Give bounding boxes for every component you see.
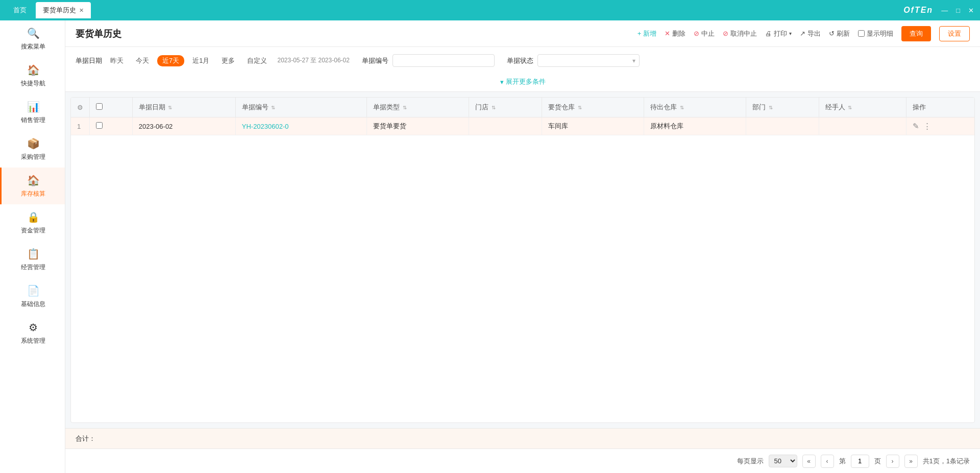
op-edit-icon-0[interactable]: ✎ xyxy=(913,122,919,131)
settings-gear-icon[interactable]: ⚙ xyxy=(77,104,83,111)
minimize-btn[interactable]: — xyxy=(941,7,948,14)
col-department-label: 部门 xyxy=(752,103,766,111)
current-page-input[interactable] xyxy=(851,455,869,468)
date-option-today[interactable]: 今天 xyxy=(132,55,153,66)
total-info: 共1页，1条记录 xyxy=(923,457,970,466)
table-row: 1 2023-06-02 YH-20230602-0 要货单要货 车间库 原材料… xyxy=(71,117,974,135)
sidebar-item-finance[interactable]: 🔒 资金管理 xyxy=(0,204,65,241)
col-req-warehouse-label: 要货仓库 xyxy=(548,103,575,111)
status-filter-group: 单据状态 xyxy=(507,54,640,67)
col-store: 门店 ⇅ xyxy=(469,98,542,117)
expand-down-icon: ▾ xyxy=(500,78,504,86)
col-req-warehouse: 要货仓库 ⇅ xyxy=(542,98,644,117)
date-option-custom[interactable]: 自定义 xyxy=(243,55,271,66)
next-page-btn[interactable]: › xyxy=(886,455,899,468)
bill-no-link-0[interactable]: YH-20230602-0 xyxy=(242,123,289,130)
sidebar-item-system-label: 系统管理 xyxy=(21,337,45,345)
status-select[interactable] xyxy=(537,54,640,67)
table-area: ⚙ 单据日期 ⇅ 单据编号 ⇅ xyxy=(70,97,975,423)
summary-bar: 合计： xyxy=(65,428,980,448)
date-option-yesterday[interactable]: 昨天 xyxy=(106,55,128,66)
sidebar-item-basic-info-label: 基础信息 xyxy=(21,300,45,309)
sidebar-item-basic-info[interactable]: 📄 基础信息 xyxy=(0,278,65,315)
expand-more-label: 展开更多条件 xyxy=(506,77,546,86)
page-size-select[interactable]: 50 10 20 100 xyxy=(769,455,797,467)
table-header-row: ⚙ 单据日期 ⇅ 单据编号 ⇅ xyxy=(71,98,974,117)
new-button[interactable]: + 新增 xyxy=(638,29,656,38)
date-option-last7days[interactable]: 近7天 xyxy=(157,55,184,66)
sort-bill-no-icon[interactable]: ⇅ xyxy=(271,105,275,110)
delete-label: 删除 xyxy=(672,29,685,38)
filter-row-1: 单据日期 昨天 今天 近7天 近1月 更多 自定义 2023-05-27 至 2… xyxy=(76,54,970,67)
col-store-label: 门店 xyxy=(475,103,488,111)
row-checkbox-0[interactable] xyxy=(96,122,103,129)
col-department: 部门 ⇅ xyxy=(746,98,819,117)
sidebar-item-inventory[interactable]: 🏠 库存核算 xyxy=(0,168,65,204)
bill-no-input[interactable] xyxy=(393,54,495,67)
main-layout: 🔍 搜索菜单 🏠 快捷导航 📊 销售管理 📦 采购管理 🏠 库存核算 🔒 资金管… xyxy=(0,20,980,473)
cell-num: 1 xyxy=(71,117,90,135)
cancel-stop-button[interactable]: ⊘ 取消中止 xyxy=(723,29,757,38)
export-button[interactable]: ↗ 导出 xyxy=(800,29,821,38)
page-header: 要货单历史 + 新增 ✕ 删除 ⊘ 中止 ⊘ 取消中止 🖨 打印 xyxy=(65,20,980,47)
sidebar-item-quick-nav[interactable]: 🏠 快捷导航 xyxy=(0,57,65,94)
export-label: 导出 xyxy=(807,29,821,38)
page-suffix: 页 xyxy=(874,457,881,466)
col-date-label: 单据日期 xyxy=(139,103,165,111)
top-bar: 首页 要货单历史 ✕ OfTEn — □ ✕ xyxy=(0,0,980,20)
system-icon: ⚙ xyxy=(29,321,38,334)
show-detail-checkbox[interactable]: 显示明细 xyxy=(858,29,893,38)
stop-button[interactable]: ⊘ 中止 xyxy=(694,29,715,38)
sidebar-item-purchase[interactable]: 📦 采购管理 xyxy=(0,131,65,168)
select-all-checkbox[interactable] xyxy=(96,103,103,110)
date-option-last-month[interactable]: 近1月 xyxy=(188,55,213,66)
last-page-btn[interactable]: » xyxy=(904,455,918,468)
pagination-bar: 每页显示 50 10 20 100 « ‹ 第 页 › » 共1页，1条记录 xyxy=(65,448,980,473)
sidebar: 🔍 搜索菜单 🏠 快捷导航 📊 销售管理 📦 采购管理 🏠 库存核算 🔒 资金管… xyxy=(0,20,65,473)
page-title: 要货单历史 xyxy=(76,28,638,40)
refresh-button[interactable]: ↺ 刷新 xyxy=(829,29,850,38)
sort-department-icon[interactable]: ⇅ xyxy=(769,105,773,110)
maximize-btn[interactable]: □ xyxy=(956,7,960,14)
prev-page-btn[interactable]: ‹ xyxy=(821,455,834,468)
print-icon: 🖨 xyxy=(765,30,772,37)
sort-req-warehouse-icon[interactable]: ⇅ xyxy=(578,105,582,110)
print-button[interactable]: 🖨 打印 ▾ xyxy=(765,29,792,38)
op-more-icon-0[interactable]: ⋮ xyxy=(923,122,931,131)
sales-icon: 📊 xyxy=(27,101,40,113)
delete-button[interactable]: ✕ 删除 xyxy=(665,29,685,38)
sidebar-item-search-menu[interactable]: 🔍 搜索菜单 xyxy=(0,20,65,57)
filter-area: 单据日期 昨天 今天 近7天 近1月 更多 自定义 2023-05-27 至 2… xyxy=(65,47,980,92)
tab-close-icon[interactable]: ✕ xyxy=(79,7,84,14)
sidebar-item-sales[interactable]: 📊 销售管理 xyxy=(0,94,65,131)
date-range-display: 2023-05-27 至 2023-06-02 xyxy=(277,56,349,65)
date-option-more[interactable]: 更多 xyxy=(217,55,239,66)
col-ops: 操作 xyxy=(906,98,974,117)
tab-home[interactable]: 首页 xyxy=(6,2,34,18)
show-detail-input[interactable] xyxy=(858,30,865,37)
sort-handler-icon[interactable]: ⇅ xyxy=(848,105,852,110)
cell-checkbox[interactable] xyxy=(90,117,133,135)
cell-pending-warehouse: 原材料仓库 xyxy=(644,117,746,135)
quick-nav-icon: 🏠 xyxy=(27,64,40,76)
query-button[interactable]: 查询 xyxy=(901,26,931,41)
first-page-btn[interactable]: « xyxy=(802,455,816,468)
table-body: 1 2023-06-02 YH-20230602-0 要货单要货 车间库 原材料… xyxy=(71,117,974,135)
sort-pending-warehouse-icon[interactable]: ⇅ xyxy=(680,105,684,110)
sidebar-item-system[interactable]: ⚙ 系统管理 xyxy=(0,315,65,351)
expand-more-btn[interactable]: ▾ 展开更多条件 xyxy=(500,77,546,86)
tab-order-history[interactable]: 要货单历史 ✕ xyxy=(36,2,91,18)
delete-icon: ✕ xyxy=(665,30,670,37)
settings-button[interactable]: 设置 xyxy=(939,26,970,41)
sort-store-icon[interactable]: ⇅ xyxy=(492,105,496,110)
sidebar-item-search-menu-label: 搜索菜单 xyxy=(21,42,45,51)
sidebar-item-operations-label: 经营管理 xyxy=(21,263,45,272)
status-label: 单据状态 xyxy=(507,56,533,65)
expand-more-row: ▾ 展开更多条件 xyxy=(76,74,970,91)
cell-ops: ✎ ⋮ xyxy=(906,117,974,135)
header-actions: + 新增 ✕ 删除 ⊘ 中止 ⊘ 取消中止 🖨 打印 ▾ xyxy=(638,26,970,41)
sort-bill-type-icon[interactable]: ⇅ xyxy=(403,105,407,110)
sort-date-icon[interactable]: ⇅ xyxy=(168,105,172,110)
sidebar-item-operations[interactable]: 📋 经营管理 xyxy=(0,241,65,278)
close-btn[interactable]: ✕ xyxy=(968,7,974,14)
